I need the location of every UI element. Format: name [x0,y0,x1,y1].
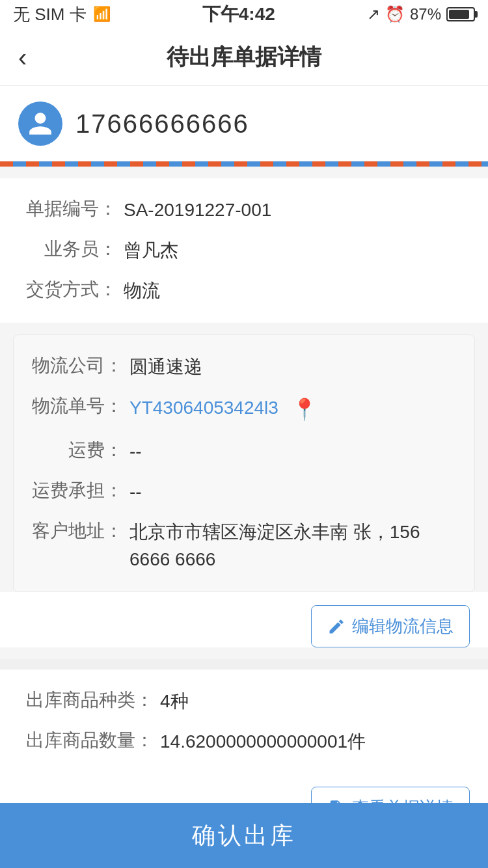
document-number-row: 单据编号： SA-20191227-001 [26,197,462,224]
battery-icon [446,7,475,21]
alarm-icon: ⏰ [385,5,405,23]
nav-bar: ‹ 待出库单据详情 [0,29,488,86]
product-type-value: 4种 [160,688,462,715]
status-right: ↗ ⏰ 87% [367,5,475,23]
tracking-number-row: 物流单号： YT43064053424l3 📍 [32,394,456,425]
product-quantity-label: 出库商品数量： [26,728,154,753]
delivery-method-value: 物流 [124,277,462,305]
battery-fill [449,10,469,19]
freight-row: 运费： -- [32,438,456,465]
tracking-number-label: 物流单号： [32,394,123,418]
logistics-company-value: 圆通速递 [129,353,456,381]
carrier-label: 无 SIM 卡 [13,3,87,26]
document-number-label: 单据编号： [26,197,117,221]
delivery-method-label: 交货方式： [26,277,117,302]
edit-icon [327,617,346,636]
sales-person-value: 曾凡杰 [124,237,462,264]
person-icon [27,110,54,137]
confirm-button[interactable]: 确认出库 [0,803,488,868]
logistics-section: 物流公司： 圆通速递 物流单号： YT43064053424l3 📍 运费： -… [13,334,475,592]
user-header: 17666666666 [0,86,488,161]
basic-info-section: 单据编号： SA-20191227-001 业务员： 曾凡杰 交货方式： 物流 [0,178,488,323]
separator [0,659,488,670]
user-phone: 17666666666 [75,109,249,139]
freight-bearer-value: -- [129,478,456,506]
location-status-icon: ↗ [367,5,380,23]
product-quantity-row: 出库商品数量： 14.6200000000000001件 [26,728,462,755]
product-quantity-value: 14.6200000000000001件 [160,728,462,755]
dashed-divider [0,161,488,167]
product-type-row: 出库商品种类： 4种 [26,688,462,715]
freight-label: 运费： [32,438,123,463]
freight-bearer-label: 运费承担： [32,478,123,503]
location-icon[interactable]: 📍 [291,394,318,425]
back-button[interactable]: ‹ [18,44,27,70]
avatar [18,102,62,146]
logistics-company-row: 物流公司： 圆通速递 [32,353,456,381]
battery-percent: 87% [410,5,441,23]
status-left: 无 SIM 卡 📶 [13,3,111,26]
edit-logistics-label: 编辑物流信息 [352,615,454,638]
confirm-button-label: 确认出库 [192,820,296,852]
tracking-number-value: YT43064053424l3 📍 [129,394,456,425]
page-title: 待出库单据详情 [167,42,321,72]
edit-logistics-row: 编辑物流信息 [0,592,488,647]
logistics-company-label: 物流公司： [32,353,123,378]
sales-person-row: 业务员： 曾凡杰 [26,237,462,264]
address-row: 客户地址： 北京市市辖区海淀区永丰南 张，156 6666 6666 [32,519,456,573]
freight-bearer-row: 运费承担： -- [32,478,456,506]
document-number-value: SA-20191227-001 [124,197,462,224]
address-value: 北京市市辖区海淀区永丰南 张，156 6666 6666 [129,519,456,573]
wifi-icon: 📶 [93,6,111,23]
status-bar: 无 SIM 卡 📶 下午4:42 ↗ ⏰ 87% [0,0,488,29]
product-info-section: 出库商品种类： 4种 出库商品数量： 14.6200000000000001件 [0,670,488,774]
freight-value: -- [129,438,456,465]
edit-logistics-button[interactable]: 编辑物流信息 [311,605,470,647]
status-time: 下午4:42 [202,2,275,27]
sales-person-label: 业务员： [26,237,117,262]
address-label: 客户地址： [32,519,123,543]
product-type-label: 出库商品种类： [26,688,154,712]
delivery-method-row: 交货方式： 物流 [26,277,462,305]
